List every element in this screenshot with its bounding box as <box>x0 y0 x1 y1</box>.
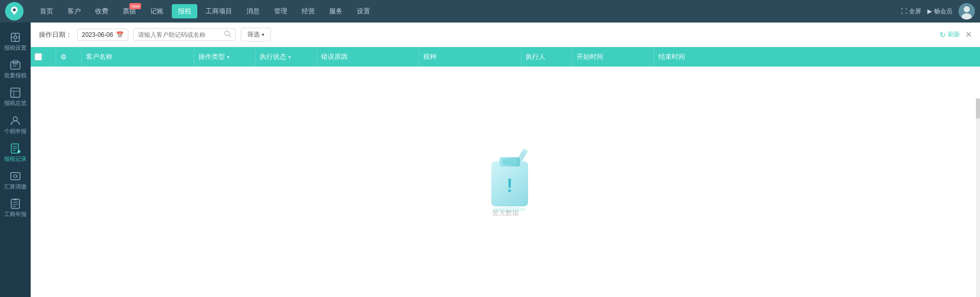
filter-button[interactable]: 筛选 ▾ <box>241 28 271 41</box>
svg-text:!: ! <box>507 175 513 196</box>
sidebar-label-tax-settings: 报税设置 <box>4 45 27 51</box>
svg-rect-33 <box>14 199 17 200</box>
th-end-time: 结束时间 <box>654 47 726 67</box>
fullscreen-button[interactable]: ⛶ 全屏 <box>901 7 921 16</box>
logo[interactable] <box>5 2 24 20</box>
search-icon <box>224 30 231 39</box>
close-button[interactable]: ✕ <box>965 30 972 39</box>
table-header: ⚙ 客户名称 操作类型 ▾ 执行状态 ▾ 错误原因 税种 <box>31 47 980 67</box>
th-checkbox <box>31 47 56 67</box>
nav-home[interactable]: 首页 <box>34 4 59 18</box>
table-wrapper: ⚙ 客户名称 操作类型 ▾ 执行状态 ▾ 错误原因 税种 <box>31 47 980 297</box>
nav-manage[interactable]: 管理 <box>268 4 293 18</box>
avatar[interactable] <box>959 3 975 19</box>
date-value: 2023-06-06 <box>82 31 113 38</box>
th-executor: 执行人 <box>521 47 573 67</box>
refresh-icon: ↻ <box>940 31 946 39</box>
calendar-icon: 📅 <box>116 31 124 38</box>
main-layout: 报税设置 批量报税 报税总览 <box>0 23 980 297</box>
th-operation-type[interactable]: 操作类型 ▾ <box>194 47 256 67</box>
sidebar-label-tax-overview: 报税总览 <box>4 100 27 107</box>
sidebar-label-batch-tax: 批量报税 <box>4 72 27 79</box>
sidebar-item-tax-record[interactable]: 报税记录 <box>0 139 31 166</box>
nav-service[interactable]: 服务 <box>323 4 349 18</box>
sidebar-label-settlement: 汇算清缴 <box>4 183 27 190</box>
nav-right: ⛶ 全屏 ▶ 畅会员 <box>901 3 975 19</box>
filter-icon-operation: ▾ <box>227 54 230 60</box>
date-picker[interactable]: 2023-06-06 📅 <box>77 29 128 41</box>
tax-overview-icon <box>10 87 21 98</box>
nav-customer[interactable]: 客户 <box>61 4 87 18</box>
nav-bookkeeping[interactable]: 记账 <box>144 4 170 18</box>
th-gear: ⚙ <box>56 47 82 67</box>
nav-industry[interactable]: 工商项目 <box>199 4 238 18</box>
nav-fee[interactable]: 收费 <box>89 4 115 18</box>
nav-items: 首页 客户 收费 票据 new 记账 报税 工商项目 消息 管理 经营 服务 设… <box>34 4 901 18</box>
svg-point-43 <box>493 207 526 212</box>
personal-tax-icon <box>10 115 21 126</box>
sidebar-item-tax-settings[interactable]: 报税设置 <box>0 28 31 55</box>
table-scrollbar-thumb[interactable] <box>976 98 980 119</box>
sidebar-label-tax-record: 报税记录 <box>4 156 27 162</box>
sidebar-label-annual-report: 工商年报 <box>4 211 27 218</box>
table-scrollbar[interactable] <box>976 98 980 297</box>
sidebar-item-tax-overview[interactable]: 报税总览 <box>0 83 31 111</box>
svg-line-35 <box>229 35 231 37</box>
annual-report-icon <box>10 198 21 209</box>
nav-message[interactable]: 消息 <box>240 4 266 18</box>
th-customer-name: 客户名称 <box>82 47 194 67</box>
member-icon: ▶ <box>927 8 932 15</box>
nav-invoice[interactable]: 票据 new <box>117 4 142 18</box>
filter-label: 筛选 <box>247 30 260 39</box>
svg-point-17 <box>13 117 17 121</box>
close-icon: ✕ <box>965 30 972 39</box>
top-nav: 首页 客户 收费 票据 new 记账 报税 工商项目 消息 管理 经营 服务 设… <box>0 0 980 23</box>
svg-rect-41 <box>503 159 517 164</box>
sidebar-item-annual-report[interactable]: 工商年报 <box>0 194 31 222</box>
fullscreen-icon: ⛶ <box>901 8 907 15</box>
svg-point-2 <box>964 6 970 12</box>
sidebar-item-personal-tax[interactable]: 个税申报 <box>0 111 31 139</box>
new-badge: new <box>129 3 141 9</box>
settlement-icon <box>10 171 21 182</box>
tax-record-icon <box>10 143 21 154</box>
content-area: 操作日期： 2023-06-06 📅 筛选 ▾ <box>31 23 980 297</box>
toolbar-right: ↻ 刷新 ✕ <box>940 30 972 39</box>
toolbar: 操作日期： 2023-06-06 📅 筛选 ▾ <box>31 23 980 47</box>
sidebar-item-settlement[interactable]: 汇算清缴 <box>0 166 31 194</box>
th-start-time: 开始时间 <box>573 47 654 67</box>
th-error-reason: 错误原因 <box>317 47 419 67</box>
nav-tax[interactable]: 报税 <box>172 4 197 18</box>
sidebar-item-batch-tax[interactable]: 批量报税 <box>0 55 31 83</box>
nav-settings[interactable]: 设置 <box>351 4 376 18</box>
empty-illustration: ! <box>480 146 531 202</box>
svg-point-0 <box>13 9 16 12</box>
empty-state: ! <box>480 146 531 218</box>
svg-rect-29 <box>11 199 19 208</box>
gear-icon[interactable]: ⚙ <box>60 53 67 61</box>
th-tax-type: 税种 <box>419 47 521 67</box>
nav-operation[interactable]: 经营 <box>295 4 321 18</box>
chevron-down-icon: ▾ <box>262 32 264 37</box>
svg-point-5 <box>14 36 17 39</box>
sidebar: 报税设置 批量报税 报税总览 <box>0 23 31 297</box>
svg-rect-25 <box>11 173 20 180</box>
member-button[interactable]: ▶ 畅会员 <box>927 7 952 16</box>
date-label: 操作日期： <box>39 30 72 39</box>
refresh-button[interactable]: ↻ 刷新 <box>940 30 960 39</box>
svg-point-26 <box>14 175 17 178</box>
filter-icon-status: ▾ <box>288 54 291 60</box>
search-box <box>133 28 236 41</box>
search-input[interactable] <box>138 31 221 38</box>
header-checkbox[interactable] <box>35 53 42 60</box>
svg-rect-14 <box>11 88 20 97</box>
th-exec-status[interactable]: 执行状态 ▾ <box>256 47 317 67</box>
sidebar-label-personal-tax: 个税申报 <box>4 128 27 135</box>
batch-tax-icon <box>10 59 21 71</box>
tax-settings-icon <box>10 32 21 43</box>
table-body: ! <box>31 67 980 297</box>
